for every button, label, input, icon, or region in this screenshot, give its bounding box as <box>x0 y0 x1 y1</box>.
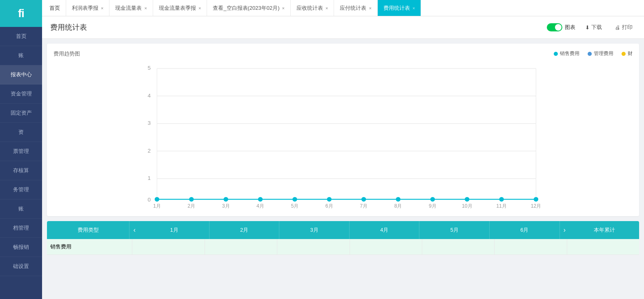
sidebar-item-invoice-mgmt[interactable]: 票管理 <box>0 142 42 161</box>
tab-receivable[interactable]: 应收统计表 × <box>291 0 334 16</box>
td-month-4-val <box>350 239 422 255</box>
svg-text:1: 1 <box>147 175 151 181</box>
close-icon[interactable]: × <box>325 6 328 11</box>
th-month-5: 5月 <box>419 221 490 239</box>
page-title: 费用统计表 <box>50 22 87 32</box>
th-month-4: 4月 <box>350 221 420 239</box>
svg-point-20 <box>361 197 366 202</box>
svg-point-19 <box>327 197 332 202</box>
legend-dot-mgmt <box>588 52 592 56</box>
svg-text:3: 3 <box>147 120 151 126</box>
th-month-3: 3月 <box>279 221 350 239</box>
sidebar-item-archive-mgmt[interactable]: 档管理 <box>0 219 42 238</box>
page-content: 费用统计表 图表 ⬇ 下载 🖨 打印 费用趋势图 <box>42 16 644 299</box>
svg-text:5月: 5月 <box>291 203 299 208</box>
tabs-bar: 首页 利润表季报 × 现金流量表 × 现金流量表季报 × 查看_空白报表(202… <box>42 0 644 16</box>
sidebar-item-accounts[interactable]: 账 <box>0 199 42 219</box>
legend-label-mgmt: 管理费用 <box>594 50 613 57</box>
th-month-1: 1月 <box>139 221 209 239</box>
svg-text:8月: 8月 <box>394 203 402 208</box>
svg-text:10月: 10月 <box>462 203 472 208</box>
svg-point-15 <box>189 197 194 202</box>
sidebar-item-assets[interactable]: 资 <box>0 123 42 142</box>
sidebar-item-basic-settings[interactable]: 础设置 <box>0 257 42 276</box>
sidebar-item-fund-mgmt[interactable]: 资金管理 <box>0 84 42 104</box>
td-year-total-val <box>567 239 639 255</box>
chart-svg-wrap: 5 4 3 2 1 0 <box>53 62 633 210</box>
tab-blank-report[interactable]: 查看_空白报表(2023年02月) × <box>207 0 291 16</box>
svg-text:12月: 12月 <box>531 203 541 208</box>
main-area: 首页 利润表季报 × 现金流量表 × 现金流量表季报 × 查看_空白报表(202… <box>42 0 644 299</box>
chart-legend: 销售费用 管理费用 财 <box>554 50 633 57</box>
app-logo: fi <box>0 0 42 27</box>
th-year-total: 本年累计 <box>570 221 640 239</box>
svg-text:0: 0 <box>147 197 151 203</box>
legend-finance-expense: 财 <box>622 50 633 57</box>
chart-toggle[interactable] <box>547 23 562 31</box>
next-month-button[interactable]: › <box>560 226 570 234</box>
svg-text:4月: 4月 <box>256 203 264 208</box>
svg-point-24 <box>499 197 504 202</box>
svg-point-18 <box>292 197 297 202</box>
sidebar-item-home[interactable]: 首页 <box>0 27 42 46</box>
legend-sales-expense: 销售费用 <box>554 50 579 57</box>
svg-text:7月: 7月 <box>360 203 368 208</box>
tab-cashflow[interactable]: 现金流量表 × <box>109 0 153 16</box>
td-month-2-val <box>205 239 277 255</box>
header-actions: 图表 ⬇ 下载 🖨 打印 <box>547 22 636 33</box>
sidebar-item-report-center[interactable]: 报表中心 <box>0 65 42 84</box>
th-expense-type: 费用类型 <box>47 221 129 239</box>
legend-label-sales: 销售费用 <box>560 50 579 57</box>
svg-text:9月: 9月 <box>429 203 437 208</box>
legend-dot-finance <box>622 52 626 56</box>
legend-label-finance: 财 <box>628 50 633 57</box>
sidebar-item-ledger[interactable]: 账 <box>0 46 42 65</box>
prev-month-button[interactable]: ‹ <box>129 226 139 234</box>
svg-point-23 <box>465 197 469 202</box>
svg-text:6月: 6月 <box>325 203 333 208</box>
svg-point-25 <box>534 197 538 202</box>
svg-text:2月: 2月 <box>187 203 195 208</box>
download-icon: ⬇ <box>585 24 590 31</box>
close-icon[interactable]: × <box>198 6 201 11</box>
sidebar-item-service-mgmt[interactable]: 务管理 <box>0 180 42 199</box>
td-month-5-val <box>422 239 495 255</box>
tab-home[interactable]: 首页 <box>44 0 66 16</box>
tab-profit-quarterly[interactable]: 利润表季报 × <box>66 0 109 16</box>
td-month-6-val <box>495 239 567 255</box>
svg-text:4: 4 <box>147 93 151 99</box>
close-icon[interactable]: × <box>144 6 147 11</box>
close-icon[interactable]: × <box>282 6 285 11</box>
print-button[interactable]: 🖨 打印 <box>612 22 636 33</box>
chart-toggle-wrap: 图表 <box>547 23 575 31</box>
sidebar: fi 首页 账 报表中心 资金管理 固定资产 资 票管理 存核算 务管理 账 档… <box>0 0 42 299</box>
svg-point-14 <box>155 197 159 202</box>
svg-point-21 <box>396 197 400 202</box>
tab-payable[interactable]: 应付统计表 × <box>334 0 377 16</box>
print-icon: 🖨 <box>615 24 620 31</box>
close-icon[interactable]: × <box>369 6 371 11</box>
td-expense-type: 销售费用 <box>47 239 132 255</box>
download-button[interactable]: ⬇ 下载 <box>582 22 605 33</box>
close-icon[interactable]: × <box>101 6 103 11</box>
sidebar-item-write-off[interactable]: 畅报销 <box>0 238 42 257</box>
chart-toggle-label: 图表 <box>565 24 575 31</box>
legend-dot-sales <box>554 52 558 56</box>
legend-mgmt-expense: 管理费用 <box>588 50 613 57</box>
table-body: 销售费用 <box>47 239 639 255</box>
tab-cashflow-quarterly[interactable]: 现金流量表季报 × <box>153 0 207 16</box>
sidebar-item-inventory[interactable]: 存核算 <box>0 161 42 180</box>
sidebar-item-fixed-assets[interactable]: 固定资产 <box>0 104 42 123</box>
chart-title: 费用趋势图 <box>53 50 80 58</box>
svg-text:5: 5 <box>147 65 151 71</box>
table-header-row: 费用类型 ‹ 1月 2月 3月 4月 5月 6月 <box>47 221 639 239</box>
td-month-1-val <box>132 239 205 255</box>
page-header: 费用统计表 图表 ⬇ 下载 🖨 打印 <box>42 16 644 39</box>
svg-text:2: 2 <box>147 148 151 154</box>
svg-text:3月: 3月 <box>222 203 230 208</box>
td-month-3-val <box>277 239 350 255</box>
svg-point-17 <box>258 197 263 202</box>
tab-expense-stats[interactable]: 费用统计表 × <box>378 0 421 16</box>
chart-container: 费用趋势图 销售费用 管理费用 财 <box>47 44 639 216</box>
close-icon[interactable]: × <box>412 6 415 11</box>
